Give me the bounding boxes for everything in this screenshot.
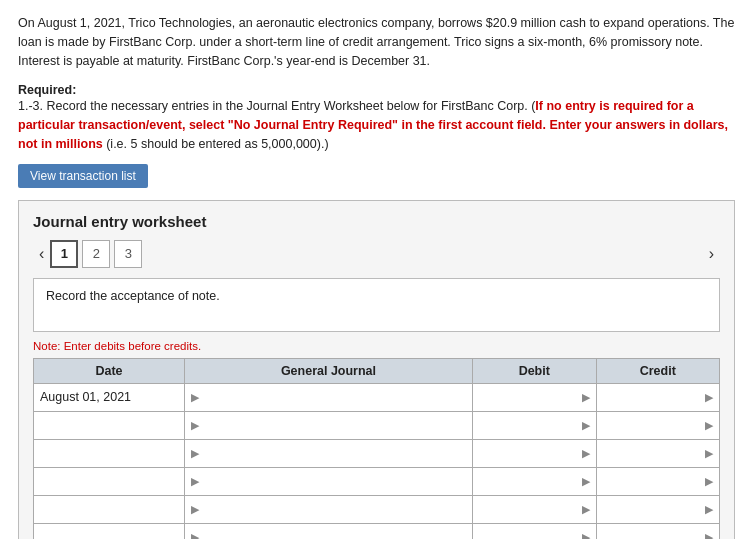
required-label: Required: xyxy=(18,83,76,97)
col-header-gj: General Journal xyxy=(184,358,472,383)
credit-indicator-5: ▶ xyxy=(705,531,713,539)
required-body: 1.-3. Record the necessary entries in th… xyxy=(18,99,728,151)
table-row: ▶▶▶ xyxy=(34,411,720,439)
required-line1: 1.-3. Record the necessary entries in th… xyxy=(18,99,535,113)
table-row: ▶▶▶ xyxy=(34,439,720,467)
cell-debit-3[interactable]: ▶ xyxy=(473,467,596,495)
cell-gj-1[interactable]: ▶ xyxy=(184,411,472,439)
cell-date-2 xyxy=(34,439,185,467)
tab-2[interactable]: 2 xyxy=(82,240,110,268)
col-header-credit: Credit xyxy=(596,358,720,383)
cell-debit-4[interactable]: ▶ xyxy=(473,495,596,523)
cell-date-4 xyxy=(34,495,185,523)
debit-indicator-3: ▶ xyxy=(582,475,590,487)
cell-gj-2[interactable]: ▶ xyxy=(184,439,472,467)
credit-indicator-1: ▶ xyxy=(705,419,713,431)
table-row: ▶▶▶ xyxy=(34,523,720,539)
tab-next-arrow[interactable]: › xyxy=(703,246,720,262)
cell-date-0: August 01, 2021 xyxy=(34,383,185,411)
cell-date-5 xyxy=(34,523,185,539)
cell-date-1 xyxy=(34,411,185,439)
debit-indicator-2: ▶ xyxy=(582,447,590,459)
tab-1[interactable]: 1 xyxy=(50,240,78,268)
note-instruction-text: Record the acceptance of note. xyxy=(46,289,220,303)
cell-credit-2[interactable]: ▶ xyxy=(596,439,720,467)
cell-credit-3[interactable]: ▶ xyxy=(596,467,720,495)
cell-gj-0[interactable]: ▶ xyxy=(184,383,472,411)
worksheet-title: Journal entry worksheet xyxy=(33,213,720,230)
row-indicator-3: ▶ xyxy=(191,475,199,487)
credit-indicator-3: ▶ xyxy=(705,475,713,487)
row-indicator-1: ▶ xyxy=(191,419,199,431)
cell-credit-0[interactable]: ▶ xyxy=(596,383,720,411)
row-indicator-5: ▶ xyxy=(191,531,199,539)
debit-indicator-5: ▶ xyxy=(582,531,590,539)
debit-indicator-1: ▶ xyxy=(582,419,590,431)
debit-indicator-0: ▶ xyxy=(582,391,590,403)
cell-credit-5[interactable]: ▶ xyxy=(596,523,720,539)
tab-row: ‹ 1 2 3 › xyxy=(33,240,720,268)
debit-indicator-4: ▶ xyxy=(582,503,590,515)
table-row: ▶▶▶ xyxy=(34,467,720,495)
note-instruction-box: Record the acceptance of note. xyxy=(33,278,720,332)
credit-indicator-4: ▶ xyxy=(705,503,713,515)
note-enter-debits: Note: Enter debits before credits. xyxy=(33,340,720,352)
col-header-date: Date xyxy=(34,358,185,383)
table-row: August 01, 2021▶▶▶ xyxy=(34,383,720,411)
cell-gj-5[interactable]: ▶ xyxy=(184,523,472,539)
tab-prev-arrow[interactable]: ‹ xyxy=(33,246,50,262)
row-indicator-0: ▶ xyxy=(191,391,199,403)
cell-credit-4[interactable]: ▶ xyxy=(596,495,720,523)
journal-table: Date General Journal Debit Credit August… xyxy=(33,358,720,540)
intro-paragraph: On August 1, 2021, Trico Technologies, a… xyxy=(18,14,735,70)
row-indicator-2: ▶ xyxy=(191,447,199,459)
credit-indicator-0: ▶ xyxy=(705,391,713,403)
tab-3[interactable]: 3 xyxy=(114,240,142,268)
table-row: ▶▶▶ xyxy=(34,495,720,523)
cell-credit-1[interactable]: ▶ xyxy=(596,411,720,439)
required-section: Required: 1.-3. Record the necessary ent… xyxy=(18,82,735,153)
worksheet-container: Journal entry worksheet ‹ 1 2 3 › Record… xyxy=(18,200,735,540)
cell-debit-0[interactable]: ▶ xyxy=(473,383,596,411)
cell-gj-4[interactable]: ▶ xyxy=(184,495,472,523)
row-indicator-4: ▶ xyxy=(191,503,199,515)
cell-debit-2[interactable]: ▶ xyxy=(473,439,596,467)
credit-indicator-2: ▶ xyxy=(705,447,713,459)
cell-date-3 xyxy=(34,467,185,495)
view-transaction-button[interactable]: View transaction list xyxy=(18,164,148,188)
col-header-debit: Debit xyxy=(473,358,596,383)
cell-debit-5[interactable]: ▶ xyxy=(473,523,596,539)
cell-gj-3[interactable]: ▶ xyxy=(184,467,472,495)
required-line2: (i.e. 5 should be entered as 5,000,000).… xyxy=(103,137,329,151)
cell-debit-1[interactable]: ▶ xyxy=(473,411,596,439)
